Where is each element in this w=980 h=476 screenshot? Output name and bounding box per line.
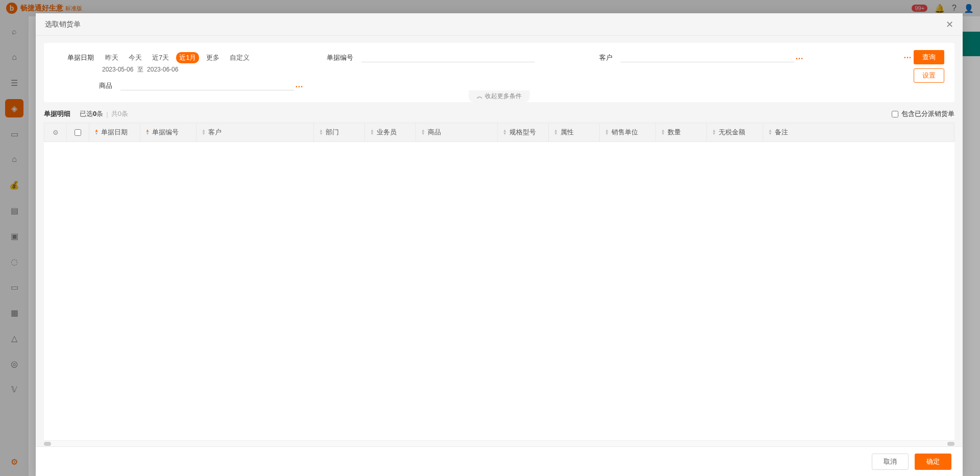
filter-more-icon[interactable]: … (903, 51, 912, 60)
gear-icon: ⚙ (53, 129, 59, 136)
include-dispatched-label: 包含已分派销货单 (901, 109, 954, 118)
filter-row-1: 单据日期 昨天 今天 近7天 近1月 更多 自定义 2023-05-06 至 (58, 52, 940, 74)
date-end[interactable]: 2023-06-06 (147, 66, 178, 73)
th-remark[interactable]: ▲▼备注 (763, 123, 954, 141)
product-input[interactable] (120, 80, 294, 90)
date-quick-options: 昨天 今天 近7天 近1月 更多 自定义 (102, 52, 253, 63)
modal-header: 选取销货单 ✕ (36, 13, 963, 36)
filter-side-buttons: 查询 设置 (914, 50, 944, 83)
selected-count: 已选0条 (80, 109, 103, 118)
scroll-left-icon[interactable] (44, 442, 51, 446)
detail-header: 单据明细 已选0条 | 共0条 包含已分派销货单 (44, 109, 954, 118)
date-opt-today[interactable]: 今天 (126, 52, 145, 63)
th-docno[interactable]: ▲▼单据编号 (140, 123, 197, 141)
date-opt-more[interactable]: 更多 (203, 52, 223, 63)
select-all-checkbox[interactable] (75, 129, 81, 136)
th-date[interactable]: ▲▼单据日期 (89, 123, 140, 141)
date-start[interactable]: 2023-05-06 (102, 66, 133, 73)
docno-label: 单据编号 (317, 52, 353, 62)
table-header-row: ⚙ ▲▼单据日期 ▲▼单据编号 ▲▼客户 ▲▼部门 ▲▼业务员 ▲▼商品 ▲▼规… (44, 123, 954, 142)
date-opt-yesterday[interactable]: 昨天 (102, 52, 121, 63)
filter-docno-group: 单据编号 (317, 52, 552, 62)
settings-button[interactable]: 设置 (914, 68, 944, 83)
date-opt-custom[interactable]: 自定义 (227, 52, 253, 63)
filter-customer-group: 客户 … (577, 52, 812, 62)
th-checkbox[interactable] (67, 123, 89, 141)
table-wrap: ⚙ ▲▼单据日期 ▲▼单据编号 ▲▼客户 ▲▼部门 ▲▼业务员 ▲▼商品 ▲▼规… (44, 123, 954, 440)
th-gear[interactable]: ⚙ (44, 123, 67, 141)
th-qty[interactable]: ▲▼数量 (656, 123, 707, 141)
date-range: 2023-05-06 至 2023-06-06 (102, 65, 253, 74)
th-dept[interactable]: ▲▼部门 (314, 123, 365, 141)
select-sales-order-modal: 选取销货单 ✕ … 查询 设置 单据日期 昨天 今天 近7天 近1月 (36, 13, 963, 476)
close-icon[interactable]: ✕ (946, 19, 953, 30)
query-button[interactable]: 查询 (914, 50, 944, 64)
detail-title: 单据明细 (44, 109, 70, 118)
modal-footer: 取消 确定 (36, 446, 963, 476)
th-attr[interactable]: ▲▼属性 (549, 123, 600, 141)
confirm-button[interactable]: 确定 (915, 454, 951, 470)
cancel-button[interactable]: 取消 (872, 454, 909, 470)
collapse-filters-button[interactable]: 收起更多条件 (469, 90, 530, 102)
th-customer[interactable]: ▲▼客户 (197, 123, 314, 141)
th-amount[interactable]: ▲▼无税金额 (707, 123, 763, 141)
date-label: 单据日期 (58, 52, 94, 62)
modal-body: … 查询 设置 单据日期 昨天 今天 近7天 近1月 更多 自定义 (36, 36, 963, 446)
th-product[interactable]: ▲▼商品 (416, 123, 498, 141)
customer-picker-icon[interactable]: … (795, 52, 803, 61)
th-sales[interactable]: ▲▼业务员 (365, 123, 416, 141)
include-dispatched-wrap[interactable]: 包含已分派销货单 (892, 109, 954, 118)
date-opt-last1m[interactable]: 近1月 (176, 52, 199, 63)
filter-card: … 查询 设置 单据日期 昨天 今天 近7天 近1月 更多 自定义 (44, 43, 954, 102)
horizontal-scrollbar[interactable] (44, 440, 954, 446)
th-spec[interactable]: ▲▼规格型号 (498, 123, 549, 141)
filter-date-group: 单据日期 昨天 今天 近7天 近1月 更多 自定义 2023-05-06 至 (58, 52, 293, 74)
date-opt-last7[interactable]: 近7天 (149, 52, 172, 63)
customer-label: 客户 (577, 52, 612, 62)
divider: | (106, 110, 108, 118)
customer-input[interactable] (621, 52, 794, 62)
include-dispatched-checkbox[interactable] (892, 111, 898, 117)
modal-title: 选取销货单 (45, 20, 81, 29)
total-count: 共0条 (111, 109, 128, 118)
date-to-sep: 至 (137, 66, 143, 73)
product-label: 商品 (58, 80, 112, 90)
filter-row-2: 商品 … (58, 80, 940, 90)
scroll-right-icon[interactable] (947, 442, 954, 446)
th-unit[interactable]: ▲▼销售单位 (600, 123, 656, 141)
docno-input[interactable] (361, 52, 535, 62)
product-picker-icon[interactable]: … (295, 80, 303, 89)
